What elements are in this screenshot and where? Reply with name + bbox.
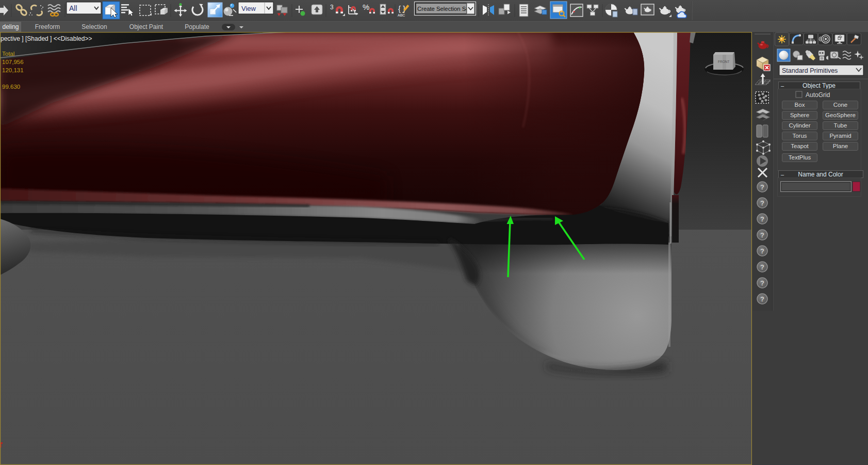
svg-text:FRONT: FRONT [718, 60, 729, 63]
svg-text:ABC: ABC [398, 13, 405, 17]
svg-text:3: 3 [330, 4, 334, 11]
svg-text:%: % [363, 3, 369, 11]
svg-text:Total: Total [2, 51, 14, 57]
svg-text:Create Selection Se: Create Selection Se [417, 6, 469, 12]
svg-text:View: View [241, 5, 256, 12]
svg-text:{ }: { } [398, 4, 405, 13]
svg-text:99.630: 99.630 [2, 84, 20, 90]
svg-text:pective ] [Shaded ] <<Disable: pective ] [Shaded ] <<Disabled>> [1, 35, 92, 42]
svg-text:All: All [69, 4, 77, 12]
svg-text:107,956: 107,956 [2, 59, 24, 65]
svg-text:120,131: 120,131 [2, 67, 24, 73]
